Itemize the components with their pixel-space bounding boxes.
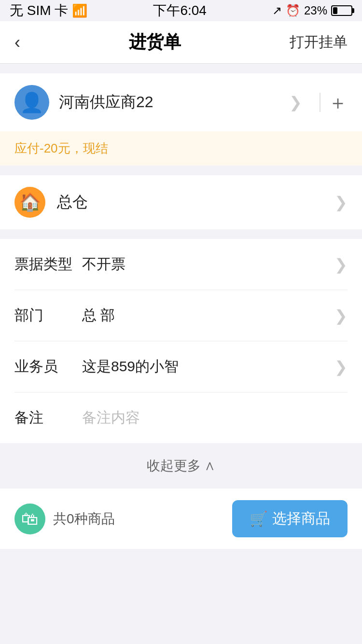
warehouse-icon: 🏠 [19,192,41,212]
open-pending-button[interactable]: 打开挂单 [290,32,348,52]
dept-value: 总 部 [82,306,334,325]
section-gap-1 [0,64,362,73]
salesperson-row[interactable]: 业务员 这是859的小智 ❯ [0,341,362,392]
supplier-name: 河南供应商22 [59,92,289,113]
goods-info: 🛍 共0种商品 [14,504,115,534]
avatar-icon: 👤 [20,91,44,114]
select-goods-icon: 🛒 [250,510,267,527]
status-right: ↗ ⏰ 23% [272,4,352,17]
select-goods-label: 选择商品 [272,509,330,529]
status-time: 下午6:04 [153,1,207,20]
ticket-value: 不开票 [82,254,334,274]
supplier-avatar: 👤 [14,85,49,120]
section-gap-3 [0,229,362,239]
salesperson-label: 业务员 [14,357,82,377]
status-carrier: 无 SIM 卡 📶 [10,1,87,20]
warehouse-chevron-icon: ❯ [334,193,348,211]
back-button[interactable]: ‹ [14,32,20,53]
notice-bar: 应付-20元，现结 [0,131,362,166]
salesperson-chevron-icon: ❯ [334,358,348,376]
ticket-chevron-icon: ❯ [334,255,348,274]
supplier-card: 👤 河南供应商22 ❯ ＋ 应付-20元，现结 [0,73,362,166]
add-icon[interactable]: ＋ [328,89,348,116]
ticket-label: 票据类型 [14,254,82,274]
notice-text: 应付-20元，现结 [14,141,108,155]
page-title: 进货单 [129,30,181,54]
goods-count: 共0种商品 [53,510,115,528]
warehouse-card: 🏠 总仓 ❯ [0,175,362,229]
location-icon: ↗ [272,4,282,17]
warehouse-name: 总仓 [57,192,334,213]
nav-bar: ‹ 进货单 打开挂单 [0,21,362,64]
collapse-label: 收起更多 ∧ [147,458,216,473]
add-divider [320,93,320,112]
note-label: 备注 [14,408,82,428]
supplier-row[interactable]: 👤 河南供应商22 ❯ ＋ [0,73,362,131]
carrier-text: 无 SIM 卡 [10,1,68,20]
supplier-chevron-icon: ❯ [289,93,302,112]
dept-chevron-icon: ❯ [334,307,348,325]
battery-icon [331,5,352,16]
section-gap-2 [0,166,362,175]
alarm-icon: ⏰ [286,4,300,17]
dept-label: 部门 [14,306,82,325]
goods-icon-wrap: 🛍 [14,504,45,534]
warehouse-icon-wrap: 🏠 [14,187,45,218]
battery-percent: 23% [304,4,327,17]
warehouse-row[interactable]: 🏠 总仓 ❯ [0,175,362,229]
bottom-bar: 🛍 共0种商品 🛒 选择商品 [0,489,362,549]
goods-icon: 🛍 [21,509,39,529]
page-background [0,549,362,644]
collapse-button[interactable]: 收起更多 ∧ [0,443,362,489]
note-value[interactable]: 备注内容 [82,408,348,428]
salesperson-value: 这是859的小智 [82,357,334,377]
dept-row[interactable]: 部门 总 部 ❯ [0,290,362,341]
select-goods-button[interactable]: 🛒 选择商品 [232,500,348,537]
note-row[interactable]: 备注 备注内容 [0,392,362,443]
ticket-type-row[interactable]: 票据类型 不开票 ❯ [0,239,362,290]
wifi-icon: 📶 [72,3,87,18]
status-bar: 无 SIM 卡 📶 下午6:04 ↗ ⏰ 23% [0,0,362,21]
form-card: 票据类型 不开票 ❯ 部门 总 部 ❯ 业务员 这是859的小智 ❯ 备注 备注… [0,239,362,443]
